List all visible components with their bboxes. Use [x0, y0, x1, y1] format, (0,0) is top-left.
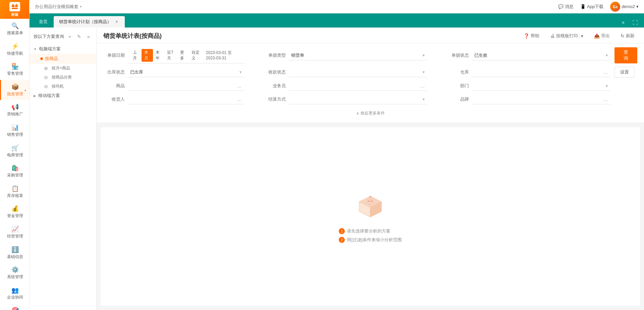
- app-logo: 标版: [0, 0, 30, 19]
- filter-row-2: 出库状态 已出库 ▾ 收款状态 ▾ 仓库 ...: [103, 67, 637, 78]
- help-icon: ❓: [524, 33, 529, 39]
- settings-button[interactable]: 设置: [614, 67, 635, 78]
- sidebar-item-3[interactable]: 📦 批发管理: [0, 80, 30, 100]
- goods-dots[interactable]: ...: [237, 83, 241, 89]
- doc-type-arrow[interactable]: ▾: [423, 53, 425, 58]
- date-week-btn[interactable]: 近7天: [164, 49, 177, 62]
- message-button[interactable]: 💬 消息: [558, 4, 574, 10]
- sidebar-item-4[interactable]: 📢 营销推广: [0, 100, 30, 120]
- sidebar: 标版 🔍 搜索菜单 ⚡ 快捷导航 🏪 零售管理 📦 批发管理 📢 营销推广 📊 …: [0, 0, 30, 310]
- sidebar-item-12[interactable]: ⚙️ 系统管理: [0, 263, 30, 283]
- user-menu[interactable]: Ea demo2 ▾: [610, 2, 639, 12]
- collapse-row: ∧ 收起更多条件: [103, 108, 637, 119]
- nav-icon-6: 🛒: [11, 144, 19, 152]
- dept-field[interactable]: ▾: [472, 81, 610, 91]
- topbar-dropdown-icon[interactable]: ▾: [80, 5, 82, 8]
- sidebar-item-5[interactable]: 📊 销售管理: [0, 120, 30, 141]
- tab-home[interactable]: 首页: [34, 16, 53, 28]
- add-scheme-button[interactable]: +: [66, 33, 73, 40]
- collapse-button[interactable]: ∧ 收起更多条件: [354, 108, 387, 119]
- doc-status-label: 单据状态: [447, 52, 472, 58]
- sidebar-item-2[interactable]: 🏪 零售管理: [0, 59, 30, 80]
- collapse-panel-button[interactable]: «: [85, 33, 92, 40]
- sidebar-item-6[interactable]: 🛒 电商管理: [0, 141, 30, 161]
- collect-status-label: 收款状态: [264, 69, 288, 75]
- sidebar-item-1[interactable]: ⚡ 快捷导航: [0, 39, 30, 60]
- date-prev-btn[interactable]: 上月: [130, 49, 142, 62]
- goods-field[interactable]: ...: [127, 81, 244, 91]
- tab-close-icon[interactable]: ×: [114, 19, 119, 24]
- receiver-dots[interactable]: ...: [237, 96, 241, 102]
- tab-sales-stats[interactable]: 销货单统计计划（按商品） ×: [54, 16, 125, 28]
- desktop-group-title[interactable]: ▼ 电脑端方案: [30, 44, 96, 54]
- scheme-by-goods-category[interactable]: ⊟ 按商品分类: [30, 73, 96, 82]
- brand-label: 品牌: [447, 96, 472, 102]
- sidebar-item-0[interactable]: 🔍 搜索菜单: [0, 19, 30, 39]
- print-button[interactable]: 🖨 按模板打印 ▾: [547, 32, 586, 40]
- tip-num-2: 2: [339, 237, 345, 243]
- refresh-button[interactable]: ↻ 刷新: [618, 32, 637, 40]
- export-button[interactable]: 📤 导出: [591, 32, 612, 40]
- scheme-by-month-goods[interactable]: ⊞ 按月+商品: [30, 64, 96, 73]
- print-dropdown-icon[interactable]: ▾: [579, 34, 583, 39]
- date-curr-btn[interactable]: 本月: [142, 49, 153, 62]
- receiver-label: 收货人: [103, 96, 127, 102]
- sidebar-item-9[interactable]: 💰 资金管理: [0, 202, 30, 222]
- svg-point-4: [16, 4, 17, 5]
- download-icon: 📱: [580, 4, 586, 9]
- payment-field[interactable]: ▾: [288, 94, 427, 104]
- out-status-field[interactable]: 已出库 ▾: [127, 67, 244, 77]
- receiver-field[interactable]: ...: [127, 94, 244, 104]
- app-download-button[interactable]: 📱 App下载: [580, 4, 603, 10]
- sub-icon-3: ⊟: [44, 84, 50, 89]
- window-expand-button[interactable]: ⛶: [631, 18, 640, 28]
- edit-scheme-button[interactable]: ✎: [75, 33, 83, 40]
- scheme-by-driver[interactable]: ⊟ 按司机: [30, 82, 96, 91]
- collect-status-field[interactable]: ▾: [288, 67, 427, 77]
- topbar: 办公用品行业模拟账套 ▾ 💬 消息 📱 App下载 Ea demo2 ▾: [30, 0, 644, 13]
- nav-label-0: 搜索菜单: [7, 31, 23, 36]
- nav-label-4: 营销推广: [7, 112, 23, 117]
- group-arrow-icon: ▼: [34, 47, 37, 51]
- date-custom-btn[interactable]: 自定义: [189, 49, 203, 62]
- window-close-button[interactable]: ×: [619, 18, 628, 28]
- scheme-by-goods[interactable]: 按商品: [30, 54, 96, 64]
- brand-field[interactable]: ...: [472, 94, 610, 104]
- warehouse-field[interactable]: ...: [472, 67, 610, 77]
- sidebar-item-13[interactable]: 👥 企业协同: [0, 283, 30, 304]
- date-year-btn[interactable]: 本年: [153, 49, 164, 62]
- doc-type-field[interactable]: 销货单 ▾: [288, 50, 427, 60]
- svg-point-11: [371, 200, 373, 202]
- svg-rect-1: [15, 5, 18, 7]
- date-more-btn[interactable]: 更多: [177, 49, 189, 62]
- salesperson-field[interactable]: ...: [288, 81, 427, 91]
- collect-status-arrow[interactable]: ▾: [423, 70, 425, 74]
- refresh-icon: ↻: [621, 33, 625, 39]
- brand-dots[interactable]: ...: [603, 96, 608, 102]
- sidebar-item-8[interactable]: 📋 库存核算: [0, 182, 30, 202]
- out-status-arrow[interactable]: ▾: [239, 70, 241, 74]
- active-dot: [40, 57, 43, 60]
- help-button[interactable]: ❓ 帮助: [521, 32, 542, 40]
- nav-icon-3: 📦: [11, 83, 19, 91]
- doc-status-arrow[interactable]: ▾: [606, 53, 608, 58]
- doc-status-field[interactable]: 已生效 ▾: [472, 50, 610, 60]
- sidebar-item-10[interactable]: 📈 经营管理: [0, 222, 30, 243]
- topbar-right: 💬 消息 📱 App下载 Ea demo2 ▾: [558, 2, 639, 12]
- left-panel: 按以下方案查询 + ✎ « ▼ 电脑端方案 按商品 ⊞ 按月+: [30, 28, 97, 310]
- salesperson-dots[interactable]: ...: [420, 83, 425, 89]
- avatar: Ea: [610, 2, 620, 12]
- mobile-scheme-group[interactable]: ▶ 移动端方案: [30, 91, 96, 100]
- logo-icon: [9, 2, 20, 11]
- sidebar-item-11[interactable]: ℹ️ 基础信息: [0, 243, 30, 263]
- sidebar-item-14[interactable]: 🎯 新手引导: [0, 303, 30, 310]
- tabs-bar: 首页 销货单统计计划（按商品） × × ⛶: [30, 13, 644, 28]
- nav-label-10: 经营管理: [7, 234, 23, 239]
- payment-arrow[interactable]: ▾: [423, 97, 425, 102]
- warehouse-dots[interactable]: ...: [603, 69, 608, 75]
- query-button[interactable]: 查询: [614, 47, 637, 63]
- sidebar-item-7[interactable]: 🛍️ 采购管理: [0, 161, 30, 182]
- content-area: 按以下方案查询 + ✎ « ▼ 电脑端方案 按商品 ⊞ 按月+: [30, 28, 644, 310]
- dept-arrow[interactable]: ▾: [606, 84, 608, 88]
- sub-icon-2: ⊟: [44, 75, 50, 80]
